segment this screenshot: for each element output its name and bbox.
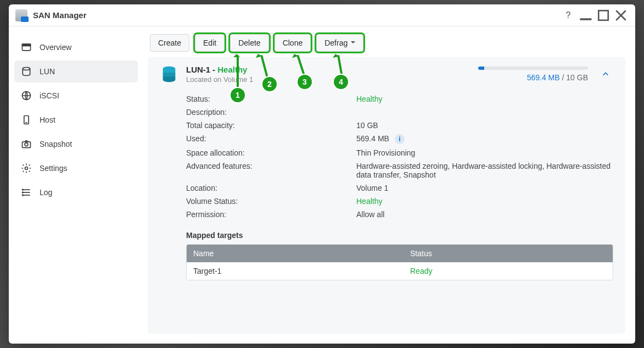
- property-key: Advanced features:: [186, 162, 356, 179]
- globe-icon: [21, 90, 32, 101]
- sidebar-item-label: Settings: [40, 164, 68, 173]
- sidebar-item-label: Log: [40, 188, 52, 197]
- property-row: Description:: [186, 106, 613, 119]
- property-row: Total capacity:10 GB: [186, 119, 613, 132]
- toolbar: Create Edit Delete Clone Defrag: [150, 33, 625, 53]
- property-row: Used:569.4 MBi: [186, 132, 613, 146]
- lun-title-block: LUN-1 - Healthy Located on Volume 1: [186, 65, 253, 84]
- property-value: Hardware-assisted zeroing, Hardware-assi…: [356, 162, 613, 179]
- property-row: Status:Healthy: [186, 92, 613, 106]
- sidebar-item-iscsi[interactable]: iSCSI: [14, 85, 138, 107]
- table-row[interactable]: Target-1Ready: [187, 262, 613, 280]
- property-key: Volume Status:: [186, 197, 356, 206]
- property-row: Advanced features:Hardware-assisted zero…: [186, 159, 613, 181]
- property-value: [356, 108, 613, 117]
- sidebar-item-host[interactable]: Host: [14, 109, 138, 131]
- usage-total: 10 GB: [566, 73, 588, 82]
- sidebar-item-label: Overview: [40, 43, 71, 52]
- app-title: SAN Manager: [33, 10, 87, 20]
- property-key: Permission:: [186, 210, 356, 219]
- cell-name: Target-1: [187, 262, 404, 280]
- svg-point-14: [23, 189, 24, 190]
- property-value: Healthy: [356, 95, 613, 103]
- property-row: Permission:Allow all: [186, 208, 613, 221]
- property-value: Volume 1: [356, 184, 613, 192]
- sidebar-item-overview[interactable]: Overview: [14, 36, 138, 58]
- sidebar-item-log[interactable]: Log: [14, 181, 138, 203]
- svg-point-10: [25, 167, 28, 170]
- svg-point-4: [23, 68, 30, 70]
- property-value: Allow all: [356, 210, 613, 219]
- property-key: Space allocation:: [186, 148, 356, 157]
- sidebar-item-snapshot[interactable]: Snapshot: [14, 133, 138, 155]
- host-icon: [21, 114, 32, 125]
- svg-rect-0: [580, 18, 592, 20]
- mapped-targets-table: Name Status Target-1Ready: [186, 244, 613, 280]
- property-row: Location:Volume 1: [186, 181, 613, 195]
- database-icon: [160, 65, 178, 84]
- main-area: Create Edit Delete Clone Defrag LUN-1 - …: [143, 26, 635, 344]
- cell-status: Ready: [404, 262, 613, 280]
- lun-name: LUN-1: [186, 65, 210, 74]
- lun-properties: Status:HealthyDescription:Total capacity…: [186, 92, 613, 221]
- svg-point-15: [23, 192, 24, 193]
- usage-text: 569.4 MB / 10 GB: [527, 73, 588, 82]
- minimize-button[interactable]: [578, 8, 593, 23]
- maximize-button[interactable]: [596, 8, 611, 23]
- sidebar-item-label: Snapshot: [40, 140, 72, 148]
- lun-panel: LUN-1 - Healthy Located on Volume 1 569.…: [148, 57, 625, 334]
- property-value: Thin Provisioning: [356, 148, 613, 157]
- property-value: 569.4 MBi: [356, 134, 613, 144]
- lun-icon: [21, 66, 32, 77]
- defrag-label: Defrag: [324, 38, 348, 47]
- property-value: 10 GB: [356, 121, 613, 130]
- edit-button[interactable]: Edit: [195, 34, 225, 52]
- defrag-button[interactable]: Defrag: [316, 34, 363, 52]
- camera-icon: [21, 139, 32, 150]
- log-icon: [21, 187, 32, 198]
- property-key: Location:: [186, 184, 356, 192]
- usage-used: 569.4 MB: [527, 73, 560, 82]
- usage-progress: [478, 67, 588, 70]
- lun-location-text: Located on Volume 1: [186, 75, 253, 84]
- delete-button[interactable]: Delete: [230, 34, 268, 52]
- property-row: Volume Status:Healthy: [186, 195, 613, 208]
- help-button[interactable]: ?: [561, 8, 576, 23]
- col-status: Status: [404, 245, 613, 262]
- sidebar-item-label: iSCSI: [40, 91, 59, 100]
- mapped-targets-heading: Mapped targets: [186, 231, 613, 240]
- property-key: Status:: [186, 95, 356, 103]
- sidebar-item-settings[interactable]: Settings: [14, 157, 138, 179]
- titlebar: SAN Manager ?: [9, 4, 635, 26]
- info-icon[interactable]: i: [395, 134, 405, 144]
- property-key: Used:: [186, 134, 356, 144]
- property-row: Space allocation:Thin Provisioning: [186, 146, 613, 159]
- sidebar: Overview LUN iSCSI Host: [9, 26, 143, 344]
- create-button[interactable]: Create: [150, 34, 189, 52]
- svg-point-9: [25, 143, 28, 146]
- close-button[interactable]: [613, 8, 629, 23]
- sidebar-item-lun[interactable]: LUN: [14, 60, 138, 82]
- sidebar-item-label: LUN: [40, 67, 55, 76]
- overview-icon: [21, 42, 32, 53]
- lun-header[interactable]: LUN-1 - Healthy Located on Volume 1 569.…: [160, 65, 613, 84]
- clone-button[interactable]: Clone: [275, 34, 311, 52]
- svg-rect-1: [598, 10, 608, 20]
- col-name: Name: [187, 245, 404, 262]
- gear-icon: [21, 163, 32, 174]
- property-value: Healthy: [356, 197, 613, 206]
- lun-usage-block: 569.4 MB / 10 GB: [478, 67, 588, 82]
- property-key: Total capacity:: [186, 121, 356, 130]
- table-header: Name Status: [187, 245, 613, 262]
- lun-health: Healthy: [217, 65, 247, 74]
- svg-point-16: [23, 195, 24, 196]
- property-key: Description:: [186, 108, 356, 117]
- svg-rect-3: [23, 44, 31, 46]
- app-window: SAN Manager ? Overview LUN: [9, 4, 635, 344]
- collapse-toggle[interactable]: [598, 67, 613, 82]
- sidebar-item-label: Host: [40, 115, 55, 124]
- app-icon: [15, 9, 27, 21]
